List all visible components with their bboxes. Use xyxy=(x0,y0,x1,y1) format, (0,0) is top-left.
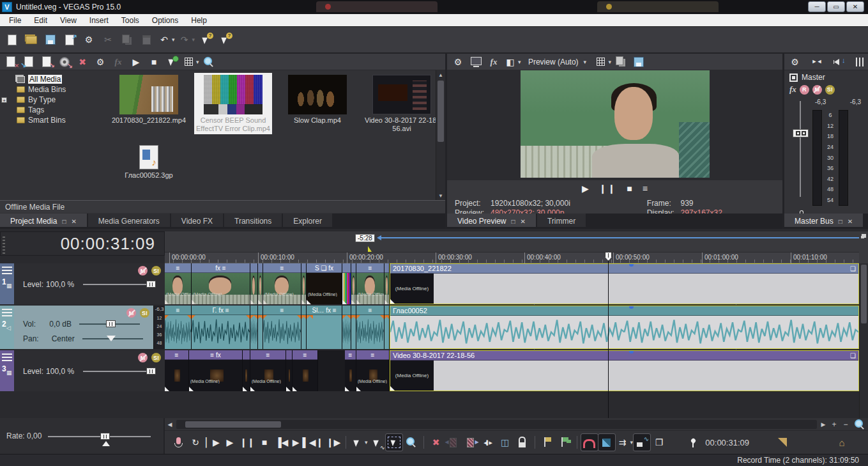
capture-video-button[interactable] xyxy=(38,54,55,70)
hscrollbar-thumb[interactable] xyxy=(185,421,281,428)
import-media-button[interactable] xyxy=(20,54,37,70)
slip-button[interactable]: ◀▌▶ xyxy=(480,434,496,451)
zoom-out-timeline-button[interactable]: − xyxy=(840,420,851,429)
remove-media-button[interactable]: ✖ xyxy=(74,54,91,70)
timeline-event[interactable] xyxy=(250,306,258,349)
save-button[interactable] xyxy=(42,31,59,48)
menu-view[interactable]: View xyxy=(54,14,83,26)
dropdown-arrow-icon[interactable]: ▾ xyxy=(609,59,612,65)
cut-button[interactable]: ✂ xyxy=(100,31,116,48)
expander-icon[interactable]: + xyxy=(1,97,7,103)
new-bin-button[interactable] xyxy=(3,54,19,70)
selection-loop-bar[interactable] xyxy=(381,237,859,238)
scrollbar-thumb[interactable] xyxy=(438,81,444,142)
vol-slider[interactable] xyxy=(79,323,140,325)
normal-edit-tool-button[interactable]: ▾ xyxy=(350,434,368,451)
crop-icon[interactable]: ❏ xyxy=(850,265,856,272)
menu-tools[interactable]: Tools xyxy=(115,14,146,26)
rate-slider[interactable] xyxy=(48,436,151,437)
start-preview-button[interactable]: ▶ xyxy=(128,54,144,70)
dropdown-arrow-icon[interactable]: ▾ xyxy=(518,59,521,65)
undock-icon[interactable]: □ xyxy=(839,218,842,225)
extract-audio-button[interactable] xyxy=(56,54,73,70)
copy-snapshot-button[interactable] xyxy=(613,54,629,70)
vol-slider-handle[interactable] xyxy=(106,320,116,327)
hscrollbar-track[interactable] xyxy=(176,420,817,429)
preview-pause-button[interactable]: ❙❙ xyxy=(599,183,616,194)
marker-bar[interactable]: -5:28 xyxy=(165,231,859,252)
level-slider-handle[interactable] xyxy=(146,368,156,375)
master-solo-button[interactable]: S! xyxy=(825,85,835,95)
track-color-strip[interactable]: 1▦ xyxy=(0,263,14,304)
menu-file[interactable]: File xyxy=(3,14,27,26)
marker-tool-icon[interactable] xyxy=(775,436,789,449)
timeline-event[interactable]: ≡ fx(Media Offline) xyxy=(189,350,243,391)
preview-play-button[interactable]: ▶ xyxy=(582,183,589,194)
overlays-button[interactable]: ▾ xyxy=(594,54,612,70)
timeline-event[interactable]: ≡(Media Offline) xyxy=(263,263,301,304)
undock-icon[interactable]: □ xyxy=(512,218,515,225)
timeline-event[interactable] xyxy=(385,306,390,349)
dropdown-arrow-icon[interactable]: ▾ xyxy=(584,59,587,65)
maximize-button[interactable]: ▭ xyxy=(827,1,845,12)
track-header-3[interactable]: 3▦MS!Level:100,0 % xyxy=(0,350,165,391)
zoom-edit-tool-button[interactable] xyxy=(403,434,420,451)
stop-button[interactable]: ■ xyxy=(256,434,273,451)
dropdown-arrow-icon[interactable]: ▾ xyxy=(365,439,368,446)
playhead-line[interactable] xyxy=(608,261,609,418)
interactive-tutorials-button[interactable] xyxy=(197,31,214,48)
track-content-3[interactable]: ≡≡ fx(Media Offline)≡(Media Offline)≡≡≡(… xyxy=(165,350,859,391)
pan-scan-icon[interactable]: ⌂ xyxy=(835,436,849,449)
preview-stop-button[interactable]: ■ xyxy=(627,183,632,194)
save-snapshot-button[interactable] xyxy=(630,54,647,70)
menu-help[interactable]: Help xyxy=(185,14,213,26)
preview-video[interactable] xyxy=(521,70,710,178)
scroll-left-icon[interactable]: ◀ xyxy=(165,421,175,428)
copy-button[interactable] xyxy=(119,31,135,48)
mixing-console-button[interactable] xyxy=(852,54,868,70)
track-mute-button[interactable]: M xyxy=(138,353,148,362)
dropdown-arrow-icon[interactable]: ▾ xyxy=(196,59,199,65)
go-to-start-button[interactable]: ▐◀ xyxy=(273,434,290,451)
loop-playback-button[interactable]: ↻ xyxy=(187,434,204,451)
trim-start-button[interactable] xyxy=(445,434,462,451)
close-icon[interactable]: ✕ xyxy=(848,218,853,225)
track-solo-button[interactable]: S! xyxy=(151,353,161,362)
dropdown-arrow-icon[interactable]: ▾ xyxy=(630,439,634,446)
envelope-edit-tool-button[interactable] xyxy=(369,434,385,451)
insert-marker-button[interactable] xyxy=(539,434,556,451)
track-content-2[interactable]: ≡Г. fx ≡≡Sl… fx ≡≡Глас00052 xyxy=(165,306,859,349)
auto-ripple-button[interactable]: ⇉▾ xyxy=(616,434,634,451)
play-from-start-button[interactable]: ▏▶ xyxy=(204,434,221,451)
next-frame-button[interactable]: ❙▶ xyxy=(325,434,342,451)
zoom-tool-corner-button[interactable] xyxy=(851,416,868,433)
selected-event-1[interactable]: 20170830_221822❏(Media Offline) xyxy=(390,263,859,304)
timeline-event[interactable] xyxy=(258,263,263,304)
undock-icon[interactable]: □ xyxy=(62,218,66,225)
open-button[interactable] xyxy=(23,31,40,48)
project-properties-button[interactable]: ⚙ xyxy=(80,31,97,48)
media-fx-button[interactable]: fx xyxy=(110,54,126,70)
close-icon[interactable]: ✕ xyxy=(521,218,526,225)
project-video-properties-button[interactable]: ⚙ xyxy=(450,54,466,70)
title-bar[interactable]: V Untitled.veg - VEGAS Pro 15.0 ─ ▭ ✕ xyxy=(0,0,868,14)
pause-button[interactable]: ❙❙ xyxy=(239,434,255,451)
split-button[interactable]: ◫ xyxy=(497,434,514,451)
pan-slider[interactable] xyxy=(82,338,143,339)
preview-quality-dropdown[interactable]: Preview (Auto)▾ xyxy=(522,54,593,70)
whats-this-help-button[interactable] xyxy=(217,31,233,48)
track-mute-button[interactable]: M xyxy=(126,308,136,318)
auto-crossfade-button[interactable] xyxy=(598,434,615,451)
timeline-event[interactable] xyxy=(243,350,250,391)
tree-item-all-media[interactable]: All Media xyxy=(0,74,103,84)
mixer-properties-button[interactable]: ⚙ xyxy=(787,54,803,70)
dropdown-arrow-icon[interactable]: ▾ xyxy=(172,36,175,43)
tree-item-media-bins[interactable]: Media Bins xyxy=(0,84,103,95)
timeline-event[interactable]: ≡(Media Offline) xyxy=(165,263,192,304)
master-fader-handle[interactable] xyxy=(793,129,809,137)
redo-button[interactable]: ↷▾ xyxy=(178,31,195,48)
track-header-1[interactable]: 1▦MS!Level:100,0 % xyxy=(0,263,165,304)
tree-item-smart-bins[interactable]: Smart Bins xyxy=(0,115,103,125)
track-mute-button[interactable]: M xyxy=(138,266,148,276)
track-solo-button[interactable]: S! xyxy=(151,266,161,276)
